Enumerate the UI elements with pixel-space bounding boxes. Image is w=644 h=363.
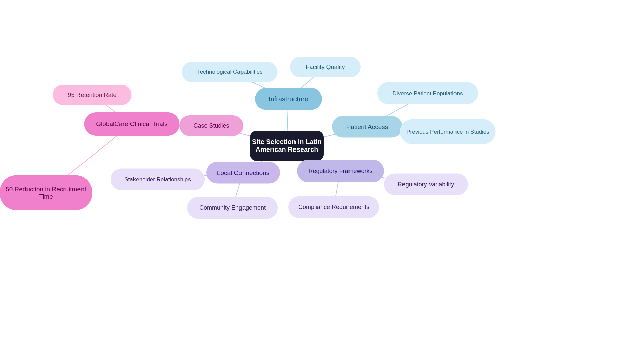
node-center[interactable]: Site Selection in Latin American Researc…: [250, 131, 324, 161]
node-infrastructure[interactable]: Infrastructure: [255, 88, 322, 110]
node-case_studies[interactable]: Case Studies: [179, 115, 243, 136]
node-globalcare[interactable]: GlobalCare Clinical Trials: [84, 112, 180, 136]
node-reduction_time[interactable]: 50 Reduction in Recruitment Time: [0, 175, 92, 210]
mind-map-canvas: Site Selection in Latin American Researc…: [0, 0, 644, 363]
node-facility_quality[interactable]: Facility Quality: [290, 57, 361, 77]
node-retention_rate[interactable]: 95 Retention Rate: [53, 85, 132, 105]
node-compliance_requirements[interactable]: Compliance Requirements: [288, 196, 379, 218]
node-diverse_patient_populations[interactable]: Diverse Patient Populations: [377, 82, 478, 104]
node-community_engagement[interactable]: Community Engagement: [187, 197, 278, 219]
node-technological_capabilities[interactable]: Technological Capabilities: [182, 62, 278, 82]
node-stakeholder_relationships[interactable]: Stakeholder Relationships: [111, 169, 205, 190]
node-regulatory_frameworks[interactable]: Regulatory Frameworks: [297, 160, 384, 182]
node-local_connections[interactable]: Local Connections: [206, 162, 280, 184]
node-regulatory_variability[interactable]: Regulatory Variability: [384, 174, 468, 195]
node-previous_performance[interactable]: Previous Performance in Studies: [400, 119, 496, 144]
node-patient_access[interactable]: Patient Access: [332, 116, 402, 138]
